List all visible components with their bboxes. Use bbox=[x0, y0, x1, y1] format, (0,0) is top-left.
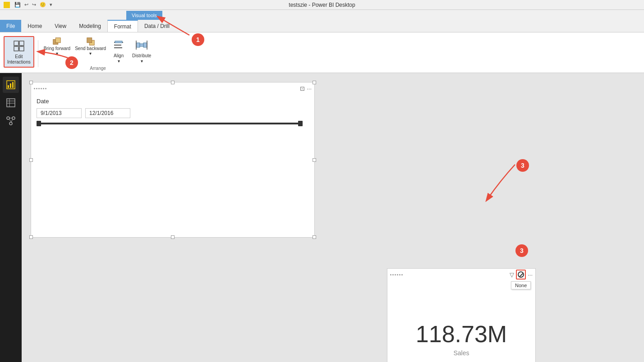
drag-dot bbox=[401, 274, 403, 275]
tab-view[interactable]: View bbox=[48, 20, 73, 32]
ribbon-separator bbox=[38, 40, 38, 67]
card-visual-actions: ▽ None ··· bbox=[510, 270, 533, 280]
arrange-group-items: Bring forward ▾ Send backward ▾ bbox=[42, 34, 154, 66]
align-label: Align bbox=[114, 53, 124, 59]
card-value: 118.73M bbox=[416, 321, 507, 348]
drag-dot bbox=[399, 274, 400, 275]
svg-rect-2 bbox=[14, 46, 18, 51]
title-bar: 💾 ↩ ↪ 🙂 ▾ testszie - Power BI Desktop bbox=[0, 0, 644, 10]
quick-access-toolbar: 💾 ↩ ↪ 🙂 ▾ bbox=[14, 1, 53, 8]
card-more-options-icon[interactable]: ··· bbox=[528, 271, 533, 278]
focus-icon[interactable]: ⊡ bbox=[300, 85, 305, 92]
arrange-group-label: Arrange bbox=[90, 66, 106, 71]
undo-btn[interactable]: ↩ bbox=[23, 1, 29, 8]
drag-dot bbox=[36, 88, 37, 89]
handle-r[interactable] bbox=[313, 158, 316, 162]
drag-dot bbox=[392, 274, 394, 275]
slider-thumb-left[interactable] bbox=[37, 121, 41, 126]
svg-rect-23 bbox=[10, 83, 11, 88]
handle-tl[interactable] bbox=[29, 81, 33, 84]
emoji-btn[interactable]: 🙂 bbox=[39, 1, 47, 8]
redo-btn[interactable]: ↪ bbox=[31, 1, 37, 8]
bring-forward-label: Bring forward bbox=[44, 46, 70, 51]
align-button[interactable]: Align ▾ bbox=[109, 36, 129, 65]
window-title: testszie - Power BI Desktop bbox=[289, 2, 355, 8]
arrange-group: Bring forward ▾ Send backward ▾ bbox=[40, 34, 156, 73]
no-symbol-icon bbox=[518, 271, 524, 278]
card-label: Sales bbox=[453, 349, 469, 357]
card-visual[interactable]: ▽ None ··· 118.73M Sales bbox=[387, 268, 536, 362]
edit-interactions-button[interactable]: EditInteractions bbox=[4, 36, 34, 68]
tab-format[interactable]: Format bbox=[107, 20, 138, 32]
send-backward-button[interactable]: Send backward ▾ bbox=[73, 36, 108, 57]
svg-rect-1 bbox=[19, 41, 24, 46]
tab-data-drill[interactable]: Data / Drill bbox=[138, 20, 176, 32]
handle-b[interactable] bbox=[171, 235, 175, 239]
slider-thumb-right[interactable] bbox=[298, 121, 303, 126]
svg-rect-3 bbox=[19, 46, 24, 51]
svg-rect-17 bbox=[143, 43, 147, 47]
distribute-label: Distribute bbox=[132, 53, 151, 59]
sidebar-icon-model[interactable] bbox=[3, 113, 19, 129]
edit-interactions-icon bbox=[12, 39, 26, 53]
filter-icon[interactable]: ▽ bbox=[510, 271, 514, 278]
title-bar-logo bbox=[4, 2, 10, 8]
visual-tools-label: Visual tools bbox=[126, 11, 162, 20]
svg-line-34 bbox=[11, 119, 13, 122]
tab-file[interactable]: File bbox=[0, 20, 21, 32]
date-start-input[interactable]: 9/1/2013 bbox=[37, 108, 82, 118]
drag-dot bbox=[45, 88, 46, 89]
svg-rect-25 bbox=[7, 99, 15, 107]
svg-point-31 bbox=[9, 122, 12, 125]
handle-tr[interactable] bbox=[313, 81, 316, 84]
svg-rect-0 bbox=[14, 41, 18, 46]
ribbon: EditInteractions Bring forward ▾ bbox=[0, 32, 644, 73]
ribbon-tabs: File Home View Modeling Format Data / Dr… bbox=[0, 20, 644, 32]
edit-interactions-label: EditInteractions bbox=[7, 54, 31, 65]
drag-dot bbox=[390, 274, 391, 275]
none-interaction-icon[interactable] bbox=[516, 270, 526, 280]
canvas-area: ⊡ ··· Date 9/1/2013 12/1/2016 bbox=[22, 73, 644, 362]
slicer-title: Date bbox=[37, 98, 309, 105]
bring-forward-button[interactable]: Bring forward ▾ bbox=[42, 36, 72, 57]
main-area: ⊡ ··· Date 9/1/2013 12/1/2016 bbox=[0, 73, 644, 362]
sidebar-icon-data[interactable] bbox=[3, 95, 19, 111]
bring-forward-icon bbox=[52, 37, 61, 46]
date-range: 9/1/2013 12/1/2016 bbox=[37, 108, 309, 118]
distribute-icon bbox=[134, 38, 149, 52]
card-visual-header: ▽ None ··· bbox=[387, 269, 535, 280]
svg-line-33 bbox=[9, 119, 11, 122]
drag-dot bbox=[41, 88, 42, 89]
slicer-visual[interactable]: ⊡ ··· Date 9/1/2013 12/1/2016 bbox=[31, 82, 315, 238]
date-end-input[interactable]: 12/1/2016 bbox=[85, 108, 130, 118]
more-options-icon[interactable]: ··· bbox=[307, 85, 312, 92]
svg-rect-18 bbox=[140, 44, 143, 46]
left-sidebar bbox=[0, 73, 22, 362]
distribute-button[interactable]: Distribute ▾ bbox=[129, 36, 154, 65]
slicer-visual-content: Date 9/1/2013 12/1/2016 bbox=[31, 94, 314, 128]
more-qa-btn[interactable]: ▾ bbox=[49, 1, 53, 8]
drag-handle[interactable] bbox=[34, 88, 46, 89]
align-icon bbox=[111, 38, 126, 52]
powerbi-logo bbox=[4, 2, 10, 8]
handle-l[interactable] bbox=[29, 158, 33, 162]
save-qa-btn[interactable]: 💾 bbox=[14, 1, 22, 8]
handle-bl[interactable] bbox=[29, 235, 33, 239]
svg-rect-9 bbox=[56, 38, 61, 43]
svg-rect-11 bbox=[87, 38, 92, 43]
handle-br[interactable] bbox=[313, 235, 316, 239]
none-tooltip: None bbox=[511, 281, 531, 289]
card-drag-handle[interactable] bbox=[390, 274, 403, 275]
svg-rect-15 bbox=[115, 41, 122, 43]
drag-dot bbox=[34, 88, 35, 89]
date-slider-track[interactable] bbox=[37, 123, 303, 124]
tab-modeling[interactable]: Modeling bbox=[73, 20, 107, 32]
handle-t[interactable] bbox=[171, 81, 175, 84]
send-backward-icon bbox=[86, 37, 95, 46]
slicer-visual-actions: ⊡ ··· bbox=[300, 85, 312, 92]
drag-dot bbox=[38, 88, 40, 89]
sidebar-icon-report[interactable] bbox=[3, 77, 19, 93]
drag-dot bbox=[397, 274, 398, 275]
card-content: 118.73M Sales bbox=[387, 280, 535, 362]
tab-home[interactable]: Home bbox=[21, 20, 48, 32]
